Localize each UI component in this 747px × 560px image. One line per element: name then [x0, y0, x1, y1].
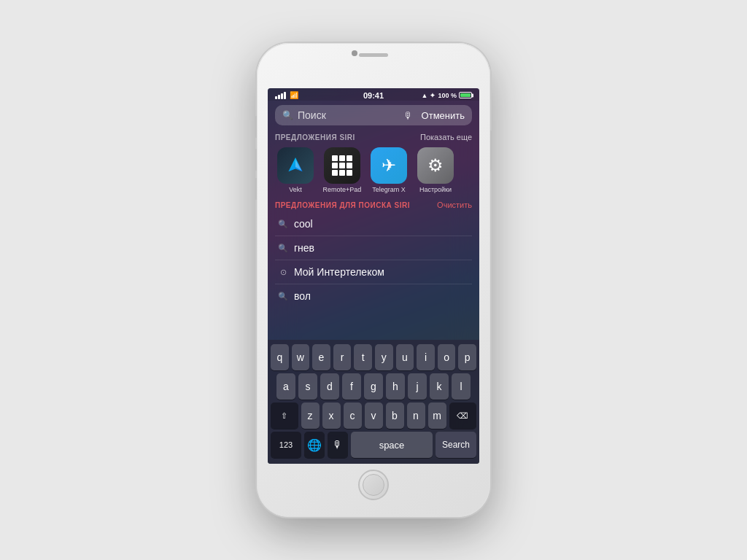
key-v[interactable]: v — [365, 402, 383, 429]
show-more-button[interactable]: Показать еще — [420, 133, 472, 141]
battery-percent: 100 % — [438, 92, 457, 99]
keyboard: q w e r t y u i o p a s d f g — [268, 340, 479, 464]
siri-suggestions-title: ПРЕДЛОЖЕНИЯ SIRI — [275, 133, 355, 141]
settings-icon: ⚙ — [417, 147, 454, 184]
space-key[interactable]: space — [351, 432, 433, 458]
bluetooth-icon: ✦ — [430, 92, 436, 99]
key-t[interactable]: t — [354, 344, 372, 370]
app-telegram[interactable]: ✈ Telegram X — [368, 147, 409, 193]
speaker — [359, 53, 388, 57]
search-input[interactable]: Поиск — [298, 109, 399, 121]
key-a[interactable]: a — [276, 373, 295, 400]
backspace-key[interactable]: ⌫ — [449, 402, 477, 429]
suggestion-text-intertelekom: Мой Интертелеком — [294, 266, 384, 278]
key-n[interactable]: n — [407, 402, 425, 429]
key-z[interactable]: z — [301, 402, 320, 429]
keyboard-row-3: ⇧ z x c v b n m ⌫ — [271, 402, 476, 429]
key-e[interactable]: e — [312, 344, 330, 370]
app-vekt[interactable]: Vekt — [275, 147, 316, 193]
keyboard-row-4: 123 🌐 🎙 space Search — [271, 432, 476, 458]
suggestion-text-cool: cool — [294, 218, 313, 230]
app-remote[interactable]: Remote+Pad — [322, 147, 363, 193]
app-settings[interactable]: ⚙ Настройки — [415, 147, 456, 193]
globe-key[interactable]: 🌐 — [304, 432, 325, 458]
key-s[interactable]: s — [298, 373, 317, 400]
siri-suggestions-section: ПРЕДЛОЖЕНИЯ SIRI Показать еще — [275, 133, 472, 193]
key-x[interactable]: x — [322, 402, 341, 429]
numbers-key[interactable]: 123 — [271, 432, 301, 458]
volume-up-button[interactable] — [255, 149, 257, 171]
signal-bars — [275, 92, 286, 99]
key-g[interactable]: g — [364, 373, 383, 400]
status-bar: 📶 09:41 ▲ ✦ 100 % — [268, 88, 479, 101]
phone-screen: 📶 09:41 ▲ ✦ 100 % 🔍 Поиск 🎙 Отменить — [268, 88, 479, 464]
suggestion-intertelekom[interactable]: ⊙ Мой Интертелеком — [275, 260, 472, 284]
suggestion-cool[interactable]: 🔍 cool — [275, 212, 472, 236]
clear-button[interactable]: Очистить — [437, 201, 472, 209]
battery-icon — [459, 92, 472, 98]
keyboard-mic-key[interactable]: 🎙 — [328, 432, 348, 458]
location-icon-suggestion-2: ⊙ — [278, 268, 288, 277]
telegram-plane-icon: ✈ — [382, 155, 396, 176]
location-icon: ▲ — [422, 92, 428, 99]
search-icon-suggestion-3: 🔍 — [278, 292, 288, 301]
key-d[interactable]: d — [320, 373, 339, 400]
key-h[interactable]: h — [386, 373, 405, 400]
vekt-icon — [277, 147, 314, 184]
home-button[interactable] — [358, 470, 389, 500]
search-key[interactable]: Search — [436, 432, 476, 458]
siri-apps-row: Vekt Remote+Pad — [275, 147, 472, 193]
status-time: 09:41 — [363, 91, 384, 100]
home-button-inner — [363, 474, 384, 496]
remote-label: Remote+Pad — [323, 186, 362, 193]
suggestion-text-gnev: гнев — [294, 242, 314, 254]
key-u[interactable]: u — [396, 344, 414, 370]
remote-icon — [324, 147, 360, 184]
suggestion-text-vol: вол — [294, 290, 311, 302]
key-l[interactable]: l — [452, 373, 471, 400]
keyboard-row-2: a s d f g h j k l — [271, 373, 476, 400]
key-i[interactable]: i — [417, 344, 435, 370]
mic-icon[interactable]: 🎙 — [403, 110, 413, 121]
telegram-icon: ✈ — [371, 147, 407, 184]
key-r[interactable]: r — [333, 344, 352, 370]
key-k[interactable]: k — [430, 373, 449, 400]
telegram-label: Telegram X — [372, 186, 406, 193]
key-f[interactable]: f — [342, 373, 361, 400]
suggestion-vol[interactable]: 🔍 вол — [275, 284, 472, 308]
search-bar[interactable]: 🔍 Поиск 🎙 Отменить — [275, 105, 472, 125]
front-camera — [352, 50, 357, 56]
search-icon-suggestion-1: 🔍 — [278, 244, 288, 253]
cancel-button[interactable]: Отменить — [422, 110, 465, 121]
search-suggestions-section: ПРЕДЛОЖЕНИЯ ДЛЯ ПОИСКА SIRI Очистить 🔍 c… — [275, 201, 472, 308]
key-b[interactable]: b — [386, 402, 404, 429]
key-o[interactable]: o — [438, 344, 456, 370]
wifi-icon: 📶 — [290, 91, 298, 99]
search-suggestions-title: ПРЕДЛОЖЕНИЯ ДЛЯ ПОИСКА SIRI — [275, 201, 410, 209]
volume-down-button[interactable] — [255, 178, 257, 200]
key-w[interactable]: w — [292, 344, 310, 370]
keyboard-row-1: q w e r t y u i o p — [271, 344, 476, 370]
suggestion-gnev[interactable]: 🔍 гнев — [275, 236, 472, 260]
key-c[interactable]: c — [344, 402, 362, 429]
key-j[interactable]: j — [408, 373, 427, 400]
settings-label: Настройки — [419, 186, 452, 193]
settings-gear-icon: ⚙ — [427, 155, 444, 176]
key-q[interactable]: q — [271, 344, 289, 370]
search-icon: 🔍 — [282, 110, 293, 120]
key-p[interactable]: p — [458, 344, 476, 370]
shift-key[interactable]: ⇧ — [271, 402, 298, 429]
key-y[interactable]: y — [375, 344, 393, 370]
phone-frame: 📶 09:41 ▲ ✦ 100 % 🔍 Поиск 🎙 Отменить — [257, 43, 490, 517]
key-m[interactable]: m — [428, 402, 446, 429]
search-icon-suggestion-0: 🔍 — [278, 219, 288, 229]
vekt-label: Vekt — [289, 186, 302, 193]
